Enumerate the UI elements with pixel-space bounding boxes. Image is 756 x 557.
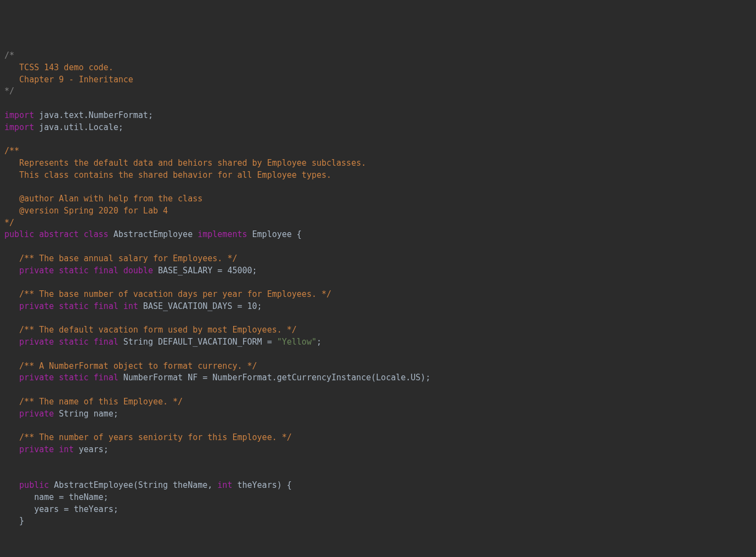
semicolon: ; — [426, 373, 431, 382]
brace-close: } — [4, 516, 24, 526]
number-literal: 10 — [247, 301, 257, 311]
javadoc-version-text: Spring 2020 for Lab 4 — [59, 206, 168, 216]
keyword-final: final — [89, 301, 119, 311]
keyword-private: private — [4, 445, 54, 454]
javadoc-close: */ — [4, 218, 14, 228]
type-string: String — [54, 409, 88, 419]
keyword-static: static — [54, 337, 88, 347]
field-name: name — [89, 409, 114, 419]
const-name: DEFAULT_VACATION_FORM — [153, 337, 262, 347]
javadoc-tag-version: @version — [4, 206, 59, 216]
keyword-static: static — [54, 266, 88, 275]
param-name: theName — [168, 480, 207, 490]
semicolon: ; — [252, 266, 257, 275]
keyword-double: double — [119, 266, 153, 275]
keyword-import: import — [4, 122, 34, 132]
keyword-int: int — [54, 445, 74, 454]
keyword-static: static — [54, 373, 88, 382]
paren-close: ) — [277, 480, 287, 490]
semicolon: ; — [257, 301, 262, 311]
javadoc-author-text: Alan with help from the class — [54, 194, 202, 204]
operator-eq: = — [232, 301, 247, 311]
keyword-abstract: abstract — [34, 229, 78, 239]
comment-line: TCSS 143 demo code. — [4, 63, 114, 72]
type-string: String — [119, 337, 153, 347]
constructor-name: AbstractEmployee — [49, 480, 133, 490]
keyword-final: final — [89, 373, 119, 382]
semicolon: ; — [104, 445, 109, 454]
javadoc-field: /** The name of this Employee. */ — [4, 397, 183, 407]
const-name: BASE_SALARY — [153, 266, 212, 275]
javadoc-line: Represents the default data and behiors … — [4, 158, 366, 168]
type-string: String — [138, 480, 168, 490]
javadoc-field: /** A NumberFormat object to format curr… — [4, 361, 257, 371]
interface-name: Employee — [247, 229, 297, 239]
stmt: years = theYears; — [4, 504, 119, 514]
operator-eq: = — [212, 266, 227, 275]
const-name: BASE_VACATION_DAYS — [138, 301, 233, 311]
comment-line: Chapter 9 - Inheritance — [4, 75, 133, 85]
keyword-final: final — [89, 266, 119, 275]
class-name: AbstractEmployee — [109, 229, 193, 239]
keyword-private: private — [4, 409, 54, 419]
code-editor[interactable]: /* TCSS 143 demo code. Chapter 9 - Inher… — [4, 50, 752, 527]
brace-open: { — [287, 480, 292, 490]
keyword-private: private — [4, 266, 54, 275]
import-path: java.util.Locale; — [34, 122, 123, 132]
semicolon: ; — [114, 409, 119, 419]
keyword-import: import — [4, 110, 34, 120]
paren-open: ( — [133, 480, 138, 490]
keyword-public: public — [4, 480, 49, 490]
keyword-int: int — [217, 480, 232, 490]
param-name: theYears — [232, 480, 277, 490]
block-comment-close: */ — [4, 86, 14, 96]
keyword-private: private — [4, 373, 54, 382]
operator-eq: = — [198, 373, 212, 382]
operator-eq: = — [262, 337, 277, 347]
javadoc-field: /** The base number of vacation days per… — [4, 289, 331, 299]
stmt: name = theName; — [4, 492, 109, 502]
javadoc-tag-author: @author — [4, 194, 54, 204]
brace-open: { — [297, 229, 302, 239]
keyword-final: final — [89, 337, 119, 347]
const-name: NF — [183, 373, 198, 382]
semicolon: ; — [317, 337, 321, 347]
block-comment-open: /* — [4, 50, 14, 60]
javadoc-field: /** The number of years seniority for th… — [4, 432, 292, 442]
type-numberformat: NumberFormat — [119, 373, 183, 382]
keyword-public: public — [4, 229, 34, 239]
keyword-int: int — [119, 301, 138, 311]
import-path: java.text.NumberFormat; — [34, 110, 153, 120]
string-literal: "Yellow" — [277, 337, 317, 347]
keyword-private: private — [4, 301, 54, 311]
field-name: years — [74, 445, 103, 454]
comma: , — [207, 480, 217, 490]
javadoc-field: /** The base annual salary for Employees… — [4, 254, 237, 263]
javadoc-open: /** — [4, 146, 19, 156]
expr: NumberFormat.getCurrencyInstance(Locale.… — [212, 373, 425, 382]
javadoc-field: /** The default vacation form used by mo… — [4, 325, 297, 335]
keyword-implements: implements — [193, 229, 247, 239]
keyword-private: private — [4, 337, 54, 347]
keyword-static: static — [54, 301, 88, 311]
keyword-class: class — [78, 229, 108, 239]
javadoc-line: This class contains the shared behavior … — [4, 170, 331, 180]
number-literal: 45000 — [227, 266, 252, 275]
